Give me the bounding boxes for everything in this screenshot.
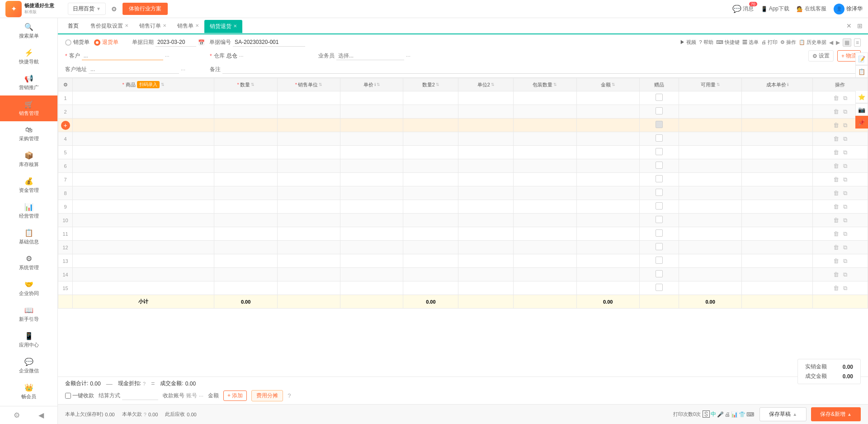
row-qty2-14[interactable]: [403, 268, 458, 281]
row-product-11[interactable]: [73, 227, 214, 241]
sidebar-item-quick-nav[interactable]: ⚡ 快捷导航: [0, 44, 57, 70]
row-gift-13[interactable]: [639, 254, 679, 268]
row-unit-price-14[interactable]: [340, 268, 403, 281]
copy-row-btn-10[interactable]: ⧉: [843, 217, 847, 224]
sidebar-item-enterprise[interactable]: 🤝 企业协同: [0, 276, 57, 301]
row-cost-price-13[interactable]: [742, 254, 813, 268]
print-btn[interactable]: 🖨 打印: [761, 39, 778, 46]
row-gift-12[interactable]: [639, 241, 679, 254]
row-unit-price-8[interactable]: [340, 186, 403, 200]
delete-row-btn-4[interactable]: 🗑: [833, 135, 839, 142]
row-available-12[interactable]: [679, 241, 741, 254]
copy-row-btn-9[interactable]: ⧉: [843, 203, 847, 210]
tab-close-sales[interactable]: ✕: [195, 24, 199, 28]
sort-qty-icon[interactable]: ⇅: [251, 82, 255, 87]
sidebar-item-app-center[interactable]: 📱 应用中心: [0, 327, 57, 353]
sort-unit-icon[interactable]: ⇅: [319, 82, 322, 87]
copy-row-btn-13[interactable]: ⧉: [843, 257, 847, 264]
row-pack-qty-5[interactable]: [514, 146, 576, 159]
row-available-8[interactable]: [679, 186, 741, 200]
row-pack-qty-2[interactable]: [514, 105, 576, 119]
row-product-14[interactable]: [73, 268, 214, 281]
row-unit-price-6[interactable]: [340, 159, 403, 173]
add-row-btn[interactable]: +: [61, 121, 70, 130]
date-input[interactable]: [156, 38, 196, 47]
row-quantity-2[interactable]: [214, 105, 277, 119]
right-panel-star-icon[interactable]: ⭐: [855, 91, 868, 103]
copy-row-btn-15[interactable]: ⧉: [843, 285, 847, 291]
th-settings[interactable]: ⚙: [58, 78, 73, 91]
row-unit2-5[interactable]: [458, 146, 514, 159]
row-amount-14[interactable]: [576, 268, 639, 281]
row-quantity-1[interactable]: [214, 91, 277, 105]
save-draft-btn[interactable]: 保存草稿 ▲: [760, 407, 807, 421]
row-cost-price-6[interactable]: [742, 159, 813, 173]
address-picker-icon[interactable]: ···: [181, 67, 185, 73]
video-btn[interactable]: ▶ 视频: [680, 39, 696, 46]
copy-row-btn-2[interactable]: ⧉: [843, 108, 847, 115]
row-unit-price-9[interactable]: [340, 200, 403, 214]
salesperson-input[interactable]: [336, 52, 404, 60]
row-pack-qty-10[interactable]: [514, 214, 576, 227]
copy-row-btn-7[interactable]: ⧉: [843, 176, 847, 183]
row-qty2-9[interactable]: [403, 200, 458, 214]
help-btn[interactable]: ? 帮助: [699, 39, 713, 46]
row-qty2-5[interactable]: [403, 146, 458, 159]
right-panel-pin-icon[interactable]: 📌: [855, 116, 868, 129]
row-cost-price-8[interactable]: [742, 186, 813, 200]
row-unit-price-2[interactable]: [340, 105, 403, 119]
account-picker-icon[interactable]: ···: [199, 393, 203, 399]
tab-sales-order[interactable]: 销售订单 ✕: [134, 19, 172, 33]
sidebar-item-marketing[interactable]: 📢 营销推广: [0, 70, 57, 95]
row-available-9[interactable]: [679, 200, 741, 214]
row-quantity-13[interactable]: [214, 254, 277, 268]
row-quantity-14[interactable]: [214, 268, 277, 281]
sort-product-icon[interactable]: ⇅: [161, 82, 165, 87]
radio-sales[interactable]: 销货单: [65, 38, 90, 46]
row-available-6[interactable]: [679, 159, 741, 173]
tab-price-extract[interactable]: 售价提取设置 ✕: [85, 19, 134, 33]
add-fee-btn[interactable]: + 添加: [223, 391, 247, 401]
row-pack-qty-13[interactable]: [514, 254, 576, 268]
copy-row-btn-6[interactable]: ⧉: [843, 162, 847, 169]
fee-split-btn[interactable]: 费用分摊: [251, 390, 283, 401]
row-unit-price-10[interactable]: [340, 214, 403, 227]
row-amount-15[interactable]: [576, 281, 639, 295]
row-cost-price-14[interactable]: [742, 268, 813, 281]
row-qty2-13[interactable]: [403, 254, 458, 268]
row-quantity-7[interactable]: [214, 173, 277, 186]
row-product-6[interactable]: [73, 159, 214, 173]
row-amount-5[interactable]: [576, 146, 639, 159]
select-btn[interactable]: ☰ 选单: [742, 39, 759, 46]
row-quantity-5[interactable]: [214, 146, 277, 159]
row-unit2-4[interactable]: [458, 132, 514, 146]
row-gift-10[interactable]: [639, 214, 679, 227]
row-sales-unit-6[interactable]: [277, 159, 340, 173]
row-unit2-14[interactable]: [458, 268, 514, 281]
row-cost-price-4[interactable]: [742, 132, 813, 146]
order-no-input[interactable]: [233, 38, 305, 47]
row-cost-price-11[interactable]: [742, 227, 813, 241]
row-amount-10[interactable]: [576, 214, 639, 227]
row-pack-qty-11[interactable]: [514, 227, 576, 241]
row-product-1[interactable]: [73, 91, 214, 105]
row-unit-price-12[interactable]: [340, 241, 403, 254]
row-sales-unit-10[interactable]: [277, 214, 340, 227]
sidebar-item-guide[interactable]: 📖 新手引导: [0, 301, 57, 327]
delete-row-btn-8[interactable]: 🗑: [833, 190, 839, 196]
row-unit-price-3[interactable]: [340, 119, 403, 132]
row-unit2-9[interactable]: [458, 200, 514, 214]
sidebar-item-basic-info[interactable]: 📋 基础信息: [0, 224, 57, 250]
row-pack-qty-15[interactable]: [514, 281, 576, 295]
row-product-15[interactable]: [73, 281, 214, 295]
single-debt-help[interactable]: ?: [144, 412, 146, 417]
tab-home[interactable]: 首页: [61, 19, 85, 33]
sidebar-collapse-btn[interactable]: ◀: [38, 411, 44, 419]
sort-amount-icon[interactable]: ⇅: [612, 82, 615, 87]
row-gift-5[interactable]: [639, 146, 679, 159]
row-sales-unit-2[interactable]: [277, 105, 340, 119]
sort-price-icon[interactable]: ⇅: [377, 82, 380, 87]
row-qty2-4[interactable]: [403, 132, 458, 146]
close-all-tabs-btn[interactable]: ✕: [844, 20, 854, 31]
salesperson-picker-icon[interactable]: ···: [406, 53, 410, 59]
